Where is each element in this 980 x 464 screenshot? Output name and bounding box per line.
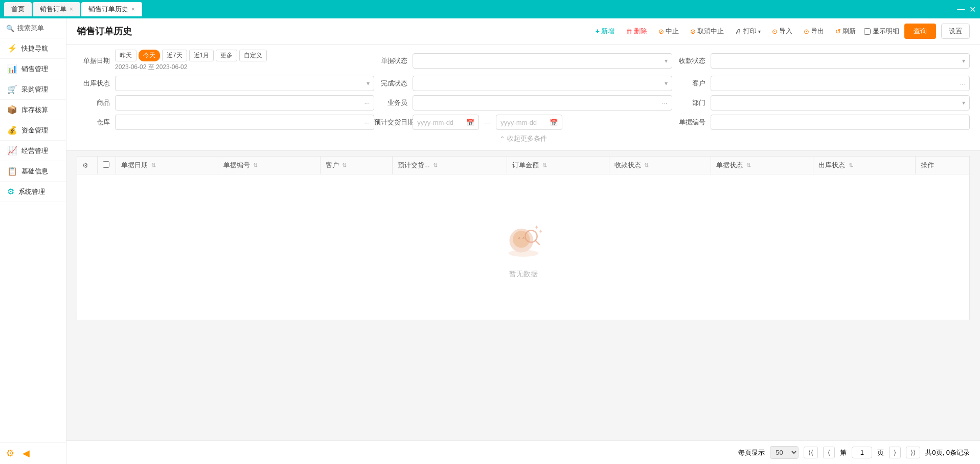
sidebar-collapse-icon[interactable]: ◀	[22, 448, 30, 459]
page-label: 页	[877, 448, 884, 457]
filter-customer-cell: 客户 ···	[672, 76, 970, 91]
display-toggle[interactable]: 显示明细	[864, 27, 899, 36]
settings-icon[interactable]: ⚙	[82, 162, 88, 169]
prev-page-btn[interactable]: ⟨	[823, 447, 835, 458]
export-btn[interactable]: ⊙ 导出	[801, 25, 827, 38]
next-page-btn[interactable]: ⟩	[889, 447, 901, 458]
table-footer: 每页显示 50 20 100 ⟨⟨ ⟨ 第 页 ⟩ ⟩⟩ 共0页, 0条记录	[66, 440, 980, 464]
sidebar-item-system-mgmt[interactable]: ⚙ 系统管理	[0, 182, 66, 202]
print-btn[interactable]: 🖨 打印 ▾	[732, 25, 764, 38]
delete-btn[interactable]: 🗑 删除	[623, 25, 650, 38]
filter-area: 单据日期 昨天 今天 近7天 近1月 更多 自定义 2023-06-02	[66, 45, 980, 151]
dept-select[interactable]: ▾	[711, 95, 970, 111]
th-date[interactable]: 单据日期 ⇅	[116, 157, 218, 174]
page-header: 销售订单历史 + 新增 🗑 删除 ⊘ 中止 ⊘	[66, 18, 980, 45]
dept-arrow-icon: ▾	[962, 99, 965, 106]
complete-status-label: 完成状态	[374, 79, 413, 88]
bill-status-select[interactable]: ▾	[413, 53, 672, 69]
finance-icon: 💰	[7, 125, 17, 135]
payment-status-select[interactable]: ▾	[711, 53, 970, 69]
date-content: 昨天 今天 近7天 近1月 更多 自定义 2023-06-02 至 2023-0…	[115, 50, 374, 72]
customer-input[interactable]: ···	[711, 76, 970, 91]
sidebar-item-basic-info[interactable]: 📋 基础信息	[0, 161, 66, 182]
tab-home[interactable]: 首页	[4, 2, 32, 16]
out-status-select[interactable]: ▾	[115, 76, 374, 91]
tab-sales-order-history-close[interactable]: ×	[131, 6, 135, 13]
th-out-status[interactable]: 出库状态 ⇅	[813, 157, 916, 174]
cancel-stop-btn[interactable]: ⊘ 取消中止	[687, 25, 727, 38]
last-page-btn[interactable]: ⟩⟩	[906, 447, 920, 458]
complete-status-select[interactable]: ▾	[413, 76, 672, 91]
stop-btn[interactable]: ⊘ 中止	[655, 25, 682, 38]
filter-payment-status-cell: 收款状态 ▾	[672, 50, 970, 72]
refresh-btn[interactable]: ↺ 刷新	[832, 25, 859, 38]
salesperson-input[interactable]: ···	[413, 95, 672, 111]
th-amount[interactable]: 订单金额 ⇅	[507, 157, 609, 174]
th-delivery[interactable]: 预计交货... ⇅	[392, 157, 507, 174]
goods-ellipsis-icon[interactable]: ···	[364, 99, 370, 107]
minimize-btn[interactable]: —	[957, 5, 965, 14]
table-area: ⚙ 单据日期 ⇅ 单据编号 ⇅	[66, 151, 980, 440]
today-btn[interactable]: 今天	[139, 50, 160, 61]
payment-status-label: 收款状态	[672, 56, 711, 65]
page-size-select[interactable]: 50 20 100	[770, 446, 799, 459]
last7-btn[interactable]: 近7天	[162, 50, 187, 61]
collapse-bar[interactable]: ⌃ 收起更多条件	[77, 132, 970, 145]
print-arrow-icon: ▾	[758, 29, 761, 34]
first-page-btn[interactable]: ⟨⟨	[804, 447, 818, 458]
warehouse-content: ···	[115, 115, 374, 130]
bill-no-input[interactable]	[711, 115, 970, 130]
sidebar-item-sales-mgmt[interactable]: 📊 销售管理	[0, 59, 66, 79]
tab-sales-order[interactable]: 销售订单 ×	[33, 2, 80, 16]
query-btn[interactable]: 查询	[904, 24, 936, 39]
filter-row-1: 单据日期 昨天 今天 近7天 近1月 更多 自定义 2023-06-02	[77, 50, 970, 72]
warehouse-ellipsis-icon[interactable]: ···	[364, 119, 370, 126]
close-btn[interactable]: ✕	[969, 5, 976, 14]
sidebar-settings-icon[interactable]: ⚙	[6, 448, 14, 459]
empty-text: 暂无数据	[509, 270, 538, 279]
search-icon: 🔍	[6, 25, 14, 32]
sidebar-search[interactable]: 🔍 搜索菜单	[0, 18, 66, 38]
th-customer[interactable]: 客户 ⇅	[320, 157, 392, 174]
page-input[interactable]	[852, 447, 872, 458]
import-btn[interactable]: ⊙ 导入	[769, 25, 795, 38]
sidebar-item-finance[interactable]: 💰 资金管理	[0, 120, 66, 141]
filter-date-cell: 单据日期 昨天 今天 近7天 近1月 更多 自定义 2023-06-02	[77, 50, 374, 72]
th-no[interactable]: 单据编号 ⇅	[218, 157, 320, 174]
tab-sales-order-close[interactable]: ×	[70, 6, 73, 13]
salesperson-ellipsis-icon[interactable]: ···	[662, 99, 668, 107]
th-checkbox[interactable]	[98, 157, 116, 174]
th-settings[interactable]: ⚙	[77, 157, 98, 174]
sidebar-item-quick-nav[interactable]: ⚡ 快捷导航	[0, 38, 66, 59]
tab-sales-order-history[interactable]: 销售订单历史 ×	[81, 2, 142, 16]
dept-label: 部门	[672, 98, 711, 107]
sidebar-item-inventory[interactable]: 📦 库存核算	[0, 100, 66, 120]
filter-warehouse-cell: 仓库 ···	[77, 115, 374, 130]
more-btn[interactable]: 更多	[216, 50, 237, 61]
customer-label: 客户	[672, 79, 711, 88]
new-btn[interactable]: + 新增	[592, 25, 618, 38]
delivery-date-start[interactable]: yyyy-mm-dd 📅	[413, 115, 479, 130]
setting-btn[interactable]: 设置	[941, 24, 970, 39]
export-icon: ⊙	[804, 28, 809, 35]
sidebar-item-operations[interactable]: 📈 经营管理	[0, 141, 66, 161]
bill-no-content	[711, 115, 970, 130]
delivery-date-end[interactable]: yyyy-mm-dd 📅	[496, 115, 562, 130]
display-toggle-checkbox[interactable]	[864, 28, 871, 35]
page-title: 销售订单历史	[77, 25, 132, 37]
sidebar-item-purchase-mgmt[interactable]: 🛒 采购管理	[0, 79, 66, 100]
svg-line-4	[535, 240, 539, 245]
customer-ellipsis-icon[interactable]: ···	[960, 80, 965, 87]
jump-label: 第	[840, 448, 847, 457]
goods-input[interactable]: ···	[115, 95, 374, 111]
warehouse-input[interactable]: ···	[115, 115, 374, 130]
custom-btn[interactable]: 自定义	[239, 50, 267, 61]
bill-status-arrow-icon: ▾	[665, 57, 668, 64]
filter-salesperson-cell: 业务员 ···	[374, 95, 672, 111]
yesterday-btn[interactable]: 昨天	[115, 50, 136, 61]
th-payment-status[interactable]: 收款状态 ⇅	[609, 157, 711, 174]
page-size-label: 每页显示	[738, 448, 765, 457]
th-bill-status[interactable]: 单据状态 ⇅	[711, 157, 813, 174]
select-all-checkbox[interactable]	[103, 161, 109, 168]
last1m-btn[interactable]: 近1月	[189, 50, 214, 61]
